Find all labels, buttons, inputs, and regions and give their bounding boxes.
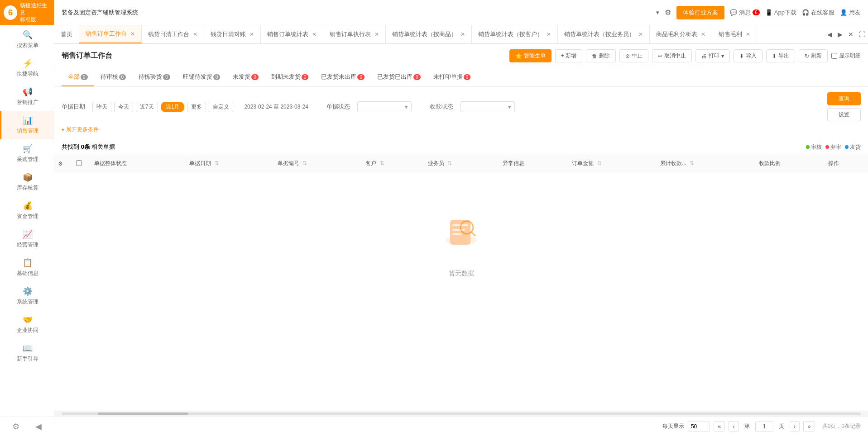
sidebar-item-system[interactable]: ⚙️ 系统管理 <box>0 282 54 310</box>
tab-close-sales-summary-staff[interactable]: ✕ <box>638 31 643 38</box>
settings-icon[interactable]: ⚙ <box>12 422 19 431</box>
date-btn-近1月[interactable]: 近1月 <box>161 102 185 112</box>
tab-close-all[interactable]: ✕ <box>845 27 856 42</box>
settings-filter-btn[interactable]: 设置 <box>827 108 861 121</box>
tab-close-cash-daily[interactable]: ✕ <box>193 31 197 38</box>
sidebar-item-guide[interactable]: 📖 新手引导 <box>0 339 54 367</box>
smart-btn[interactable]: ⭐ 智能生单 <box>509 49 551 62</box>
date-btn-近7天[interactable]: 近7天 <box>136 102 158 112</box>
collapse-icon[interactable]: ◀ <box>35 422 42 431</box>
tab-sales-summary-prod[interactable]: 销货单统计表（按商品）✕ <box>386 25 472 43</box>
app-download-btn[interactable]: 📱 App下载 <box>765 9 796 17</box>
message-btn[interactable]: 💬 消息 6 <box>730 9 760 17</box>
sub-tab-shipped-not-out[interactable]: 已发货未出库0 <box>315 68 371 86</box>
cancel-review-btn[interactable]: 弃审 <box>825 143 841 151</box>
cancel-suspend-btn[interactable]: ↩ 取消中止 <box>652 49 692 62</box>
sidebar-item-quick-nav[interactable]: ⚡ 快捷导航 <box>0 54 54 82</box>
sub-tab-pending-review[interactable]: 待审核0 <box>94 68 133 86</box>
date-filter-label: 单据日期 <box>62 103 85 111</box>
tab-sales-revenue[interactable]: 销售毛利✕ <box>712 25 757 43</box>
date-btn-今天[interactable]: 今天 <box>114 102 133 112</box>
filter-row-1: 单据日期 昨天今天近7天近1月更多自定义 2023-02-24 至 2023-0… <box>62 92 861 121</box>
tab-close-sales-summary-prod[interactable]: ✕ <box>460 31 465 38</box>
tab-cash-daily[interactable]: 钱货日清工作台✕ <box>142 25 204 43</box>
payment-select[interactable] <box>460 101 515 112</box>
date-btn-更多[interactable]: 更多 <box>187 102 206 112</box>
sidebar-item-inventory[interactable]: 📦 库存核算 <box>0 168 54 196</box>
sub-tab-overdue-not-shipped[interactable]: 到期未发货0 <box>265 68 315 86</box>
user-btn[interactable]: 👤 用友 <box>840 9 861 17</box>
tab-close-sales-exec[interactable]: ✕ <box>374 31 379 38</box>
sub-tab-pending-inspect[interactable]: 待拣验货0 <box>132 68 177 86</box>
sidebar-item-finance[interactable]: 💰 资金管理 <box>0 196 54 225</box>
last-page-btn[interactable]: » <box>803 421 815 431</box>
system-name: 装备及固定资产辅助管理系统 <box>62 9 651 17</box>
settings-topbar-icon[interactable]: ⚙ <box>665 8 671 17</box>
tab-sales-stat[interactable]: 销售订单统计表✕ <box>261 25 323 43</box>
status-filter-label: 单据状态 <box>326 103 350 111</box>
tab-sales-summary-staff[interactable]: 销货单统计表（按业务员）✕ <box>558 25 650 43</box>
first-page-btn[interactable]: « <box>714 421 725 431</box>
tab-scroll-left[interactable]: ◀ <box>825 27 835 42</box>
sub-tab-all[interactable]: 全部0 <box>62 68 94 86</box>
tab-home[interactable]: 首页 <box>54 25 79 43</box>
sidebar-logo: 6 畅捷通好生意 标准版 <box>0 0 54 25</box>
expand-btn[interactable]: ▾ 展开更多条件 <box>62 126 861 133</box>
print-btn[interactable]: 🖨 打印 ▾ <box>695 49 730 62</box>
page-input[interactable] <box>755 422 773 431</box>
prev-page-btn[interactable]: ‹ <box>729 421 739 431</box>
sidebar-item-cooperation[interactable]: 🤝 企业协同 <box>0 310 54 339</box>
tab-close-sales-summary-cust[interactable]: ✕ <box>547 31 551 38</box>
sub-tab-wangpu-pending[interactable]: 旺铺待发货0 <box>177 68 227 86</box>
sub-tab-label-shipped-out: 已发货已出库 <box>377 73 412 80</box>
ship-action-btn[interactable]: 发货 <box>845 143 861 151</box>
sub-tab-not-printed[interactable]: 未打印单据0 <box>427 68 477 86</box>
tab-scroll-right[interactable]: ▶ <box>835 27 845 42</box>
review-action-btn[interactable]: 审核 <box>806 143 822 151</box>
tab-product-margin[interactable]: 商品毛利分析表✕ <box>650 25 712 43</box>
online-service-btn[interactable]: 🎧 在线客服 <box>802 9 834 17</box>
tab-maximize[interactable]: ⛶ <box>856 27 868 42</box>
sub-tab-shipped-out[interactable]: 已发货已出库0 <box>371 68 427 86</box>
dropdown-icon[interactable]: ▾ <box>656 9 659 16</box>
search-label: 搜索菜单 <box>17 42 38 49</box>
tab-cash-reconcile[interactable]: 钱货日清对账✕ <box>204 25 261 43</box>
tab-close-product-margin[interactable]: ✕ <box>701 31 705 38</box>
tab-sales-exec[interactable]: 销售订单执行表✕ <box>323 25 386 43</box>
add-btn[interactable]: + 新增 <box>555 49 582 62</box>
tab-close-cash-reconcile[interactable]: ✕ <box>249 31 254 38</box>
quick-nav-label: 快捷导航 <box>17 70 38 78</box>
sidebar-item-sales[interactable]: 📊 销售管理 <box>0 111 54 139</box>
date-btn-自定义[interactable]: 自定义 <box>209 102 233 112</box>
refresh-btn[interactable]: ↻ 刷新 <box>799 49 828 62</box>
tab-label-sales-summary-staff: 销货单统计表（按业务员） <box>564 30 635 38</box>
sub-tab-not-shipped[interactable]: 未发货0 <box>226 68 265 86</box>
scroll-thumb[interactable] <box>98 412 188 415</box>
sidebar-item-operations[interactable]: 📈 经营管理 <box>0 225 54 253</box>
show-detail-checkbox[interactable] <box>831 53 837 59</box>
date-btn-昨天[interactable]: 昨天 <box>92 102 111 112</box>
sidebar-item-base-info[interactable]: 📋 基础信息 <box>0 253 54 282</box>
select-all-checkbox[interactable] <box>76 160 82 166</box>
tab-sales-order[interactable]: 销售订单工作台✕ <box>79 25 142 43</box>
tab-close-sales-stat[interactable]: ✕ <box>312 31 317 38</box>
tab-sales-summary-cust[interactable]: 销货单统计表（按客户）✕ <box>472 25 558 43</box>
import-btn[interactable]: ⬇ 导入 <box>734 49 762 62</box>
sidebar-item-search[interactable]: 🔍 搜索菜单 <box>0 25 54 54</box>
status-select[interactable] <box>357 101 412 112</box>
sub-tab-count-shipped-out: 0 <box>413 74 421 80</box>
next-page-btn[interactable]: › <box>790 421 800 431</box>
trial-btn[interactable]: 体验行业方案 <box>676 6 724 19</box>
sidebar-item-purchase[interactable]: 🛒 采购管理 <box>0 139 54 168</box>
export-btn[interactable]: ⬆ 导出 <box>766 49 795 62</box>
sidebar-item-marketing[interactable]: 📢 营销推广 <box>0 82 54 111</box>
per-page-select[interactable]: 50 10 20 100 <box>688 422 710 431</box>
app-download-label: App下载 <box>774 9 796 17</box>
tab-close-sales-order[interactable]: ✕ <box>130 31 135 37</box>
suspend-btn[interactable]: ⊘ 中止 <box>619 49 648 62</box>
sub-tab-count-shipped-not-out: 0 <box>357 74 364 80</box>
delete-btn[interactable]: 🗑 删除 <box>586 49 616 62</box>
query-btn[interactable]: 查询 <box>827 92 861 105</box>
horizontal-scroll[interactable] <box>54 411 868 416</box>
tab-close-sales-revenue[interactable]: ✕ <box>746 31 750 38</box>
